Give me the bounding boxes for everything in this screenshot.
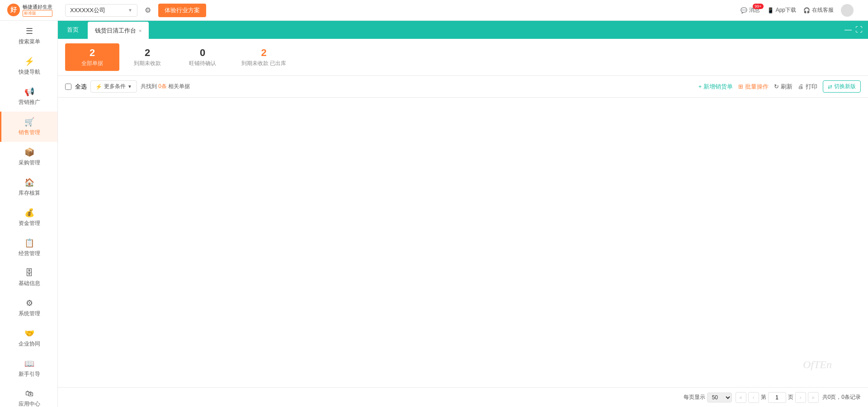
sidebar-label-12: 应用中心	[19, 400, 40, 407]
sidebar-label-6: 资金管理	[19, 220, 40, 227]
card-count-2: 0	[200, 47, 205, 59]
sidebar-item-4[interactable]: 📦 采购管理	[0, 142, 57, 172]
found-prefix: 共找到	[141, 83, 157, 89]
chevron-down-icon: ▼	[127, 84, 132, 89]
first-page-btn[interactable]: «	[736, 392, 746, 403]
card-count-3: 2	[261, 47, 267, 59]
sidebar-item-6[interactable]: 💰 资金管理	[0, 202, 57, 233]
tab-close-icon[interactable]: ×	[139, 28, 142, 33]
logo-badge: 标准版	[23, 10, 52, 17]
summary-cards: 2 全部单据2 到期未收款0 旺铺待确认2 到期未收款 已出库	[58, 39, 868, 76]
page-nav: « ‹ 第 页 › »	[736, 392, 819, 403]
sidebar-label-4: 采购管理	[19, 159, 40, 167]
tab-home[interactable]: 首页	[58, 21, 88, 39]
card-label-1: 到期未收款	[134, 60, 161, 67]
sidebar-item-5[interactable]: 🏠 库存核算	[0, 172, 57, 202]
sidebar-item-1[interactable]: ⚡ 快捷导航	[0, 51, 57, 81]
message-badge: 99+	[753, 4, 763, 9]
sidebar-label-11: 新手引导	[19, 370, 40, 378]
sidebar-icon-12: 🛍	[25, 389, 33, 398]
summary-card-3[interactable]: 2 到期未收款 已出库	[231, 43, 297, 71]
sidebar-icon-4: 📦	[24, 147, 34, 157]
sidebar-icon-6: 💰	[24, 208, 34, 218]
header-right: 💬 消息 99+ 📱 App下载 🎧 在线客服	[741, 4, 861, 17]
tab-current[interactable]: 钱货日清工作台 ×	[88, 22, 149, 40]
summary-card-1[interactable]: 2 到期未收款	[120, 43, 175, 71]
total-info: 共0页，0条记录	[822, 393, 861, 401]
refresh-label: 刷新	[781, 83, 793, 91]
message-btn[interactable]: 💬 消息 99+	[741, 6, 760, 14]
sidebar-item-12[interactable]: 🛍 应用中心	[0, 384, 57, 407]
table-area	[58, 98, 868, 387]
found-suffix: 相关单据	[168, 83, 190, 89]
prev-page-btn[interactable]: ‹	[748, 392, 759, 403]
toolbar: 全选 ⚡ 更多条件 ▼ 共找到 0条 相关单据 + 新增销货单 ⊞	[58, 76, 868, 98]
summary-card-0[interactable]: 2 全部单据	[65, 43, 119, 71]
batch-label: 批量操作	[745, 83, 769, 91]
print-btn[interactable]: 🖨 打印	[798, 83, 817, 91]
last-page-btn[interactable]: »	[808, 392, 819, 403]
online-service-btn[interactable]: 🎧 在线客服	[803, 6, 834, 14]
switch-icon: ⇄	[828, 84, 832, 90]
filter-btn[interactable]: ⚡ 更多条件 ▼	[90, 80, 137, 93]
sidebar-item-9[interactable]: ⚙ 系统管理	[0, 293, 57, 323]
sidebar-icon-0: ☰	[26, 26, 33, 36]
sidebar-label-7: 经营管理	[19, 250, 40, 257]
summary-card-2[interactable]: 0 旺铺待确认	[175, 43, 230, 71]
select-all-checkbox[interactable]	[65, 84, 71, 90]
sidebar-icon-1: ⚡	[24, 56, 34, 66]
sidebar-item-10[interactable]: 🤝 企业协同	[0, 323, 57, 353]
next-page-btn[interactable]: ›	[795, 392, 806, 403]
top-header: 好 畅捷通好生意 标准版 XXXXXX公司 ▼ ⚙ 体验行业方案 💬 消息 99…	[0, 0, 868, 21]
online-service-label: 在线客服	[812, 6, 834, 14]
sidebar-label-3: 销售管理	[19, 129, 40, 136]
pagination: 每页显示 50 20 100 « ‹ 第 页 › » 共0页，0条记录	[58, 387, 868, 407]
add-sales-btn[interactable]: + 新增销货单	[698, 83, 733, 91]
tab-actions: — ⛶	[844, 26, 868, 34]
sidebar-item-8[interactable]: 🗄 基础信息	[0, 263, 57, 293]
minimize-icon[interactable]: —	[844, 26, 852, 34]
page-label: 第	[761, 393, 766, 401]
logo-icon: 好	[7, 4, 20, 16]
maximize-icon[interactable]: ⛶	[855, 26, 863, 34]
card-count-1: 2	[145, 47, 150, 59]
switch-label: 切换新版	[834, 83, 856, 90]
experience-btn[interactable]: 体验行业方案	[158, 4, 206, 17]
message-icon: 💬	[741, 7, 747, 14]
sidebar-item-0[interactable]: ☰ 搜索菜单	[0, 21, 57, 51]
sidebar-icon-10: 🤝	[24, 328, 34, 338]
sidebar-icon-5: 🏠	[24, 178, 34, 187]
settings-icon-btn[interactable]: ⚙	[141, 4, 155, 17]
sidebar-item-11[interactable]: 📖 新手引导	[0, 353, 57, 384]
sidebar: ☰ 搜索菜单⚡ 快捷导航📢 营销推广🛒 销售管理📦 采购管理🏠 库存核算💰 资金…	[0, 21, 58, 407]
app-download-label: App下载	[776, 6, 796, 14]
card-label-3: 到期未收款 已出库	[241, 60, 286, 67]
sidebar-icon-11: 📖	[24, 359, 34, 369]
found-count: 0条	[158, 83, 167, 89]
card-label-0: 全部单据	[81, 60, 103, 67]
logo-area: 好 畅捷通好生意 标准版	[7, 4, 65, 17]
sidebar-icon-8: 🗄	[25, 268, 33, 278]
filter-btn-label: 更多条件	[104, 83, 126, 90]
avatar[interactable]	[841, 4, 854, 17]
sidebar-icon-9: ⚙	[26, 298, 33, 308]
sidebar-icon-3: 🛒	[24, 117, 34, 127]
company-selector[interactable]: XXXXXX公司 ▼	[65, 4, 137, 17]
select-all-label: 全选	[75, 83, 87, 91]
headset-icon: 🎧	[803, 7, 810, 14]
sidebar-item-7[interactable]: 📋 经营管理	[0, 233, 57, 263]
switch-version-btn[interactable]: ⇄ 切换新版	[823, 80, 861, 93]
sidebar-item-3[interactable]: 🛒 销售管理	[0, 112, 57, 142]
per-page-select[interactable]: 50 20 100	[707, 393, 732, 402]
refresh-btn[interactable]: ↻ 刷新	[774, 83, 793, 91]
page-input[interactable]	[768, 392, 786, 403]
content-area: 2 全部单据2 到期未收款0 旺铺待确认2 到期未收款 已出库 全选 ⚡ 更多条…	[58, 39, 868, 407]
card-count-0: 2	[90, 47, 95, 59]
batch-btn[interactable]: ⊞ 批量操作	[738, 83, 769, 91]
logo-text: 畅捷通好生意	[23, 4, 52, 10]
sidebar-item-2[interactable]: 📢 营销推广	[0, 81, 57, 112]
toolbar-left: 全选 ⚡ 更多条件 ▼ 共找到 0条 相关单据	[65, 80, 695, 93]
app-download-btn[interactable]: 📱 App下载	[767, 6, 796, 14]
sidebar-label-5: 库存核算	[19, 189, 40, 197]
sidebar-label-8: 基础信息	[19, 280, 40, 287]
